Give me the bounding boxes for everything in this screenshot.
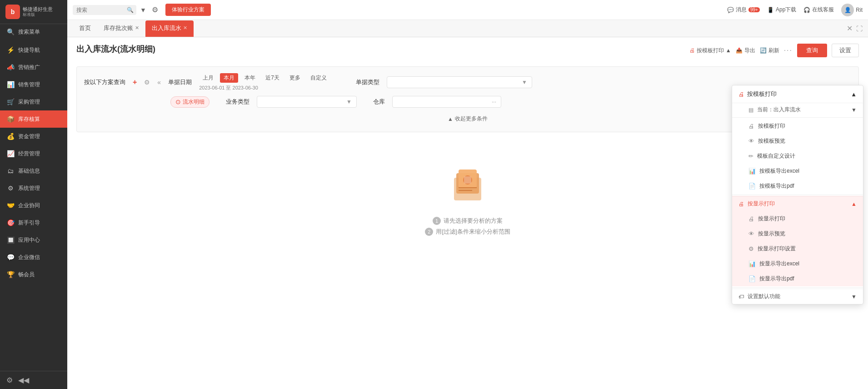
print-panel-collapse-icon[interactable]: ▲ — [851, 91, 857, 98]
sidebar-item-marketing[interactable]: 📣 营销推广 — [0, 59, 67, 76]
newbie-icon: 🎯 — [6, 219, 15, 227]
header-dropdown-icon[interactable]: ▼ — [140, 6, 146, 14]
date-btn-last-month[interactable]: 上月 — [199, 73, 217, 83]
sidebar-item-label: 系统管理 — [18, 185, 40, 192]
app-download-btn[interactable]: 📱 App下载 — [767, 6, 796, 14]
sidebar-item-label: 采购管理 — [18, 98, 40, 106]
settings-bottom-icon[interactable]: ⚙ — [6, 376, 13, 384]
settings-btn[interactable]: 设置 — [832, 44, 859, 57]
display-section-icon: 🖨 — [738, 201, 744, 207]
tab-home[interactable]: 首页 — [73, 20, 97, 37]
empty-tip-2: 2 用[过滤]条件来缩小分析范围 — [425, 228, 510, 236]
display-print-item[interactable]: 🖨 按显示打印 — [732, 211, 863, 226]
sidebar-search[interactable]: 🔍 搜索菜单 — [0, 24, 67, 40]
date-btn-more[interactable]: 更多 — [286, 73, 304, 83]
warehouse-select[interactable]: ··· — [392, 96, 501, 108]
template-excel-item[interactable]: 📊 按模板导出excel — [732, 164, 863, 179]
tab-flow-label: 出入库流水 — [152, 24, 181, 32]
display-preview-icon: 👁 — [748, 230, 754, 237]
more-options-btn[interactable]: ··· — [784, 46, 793, 55]
sidebar-item-enterprise[interactable]: 🤝 企业协同 — [0, 197, 67, 214]
collapse-up-icon: ▲ — [448, 116, 453, 122]
messages-badge: 99+ — [748, 7, 760, 12]
apps-icon: 🔲 — [6, 236, 15, 244]
refresh-btn[interactable]: 🔄 刷新 — [760, 47, 779, 55]
logo-text: 畅捷通好生意 标准版 — [23, 6, 53, 18]
filter-settings-icon[interactable]: ⚙ — [144, 79, 150, 86]
tab-batch-account-close[interactable]: ✕ — [135, 25, 139, 31]
print-template-btn[interactable]: 🖨 按模板打印 ▲ — [689, 47, 731, 55]
set-default-btn[interactable]: 🏷 设置默认功能 ▼ — [732, 289, 863, 304]
template-customize-item[interactable]: ✏ 模板自定义设计 — [732, 149, 863, 164]
collapse-sidebar-icon[interactable]: ◀◀ — [18, 376, 29, 384]
expand-window-btn[interactable]: ⛶ — [856, 25, 863, 32]
display-pdf-item[interactable]: 📄 按显示导出pdf — [732, 271, 863, 286]
online-service-icon: 🎧 — [803, 7, 810, 13]
business-type-select[interactable]: ▼ — [257, 96, 357, 108]
display-print-icon: 🖨 — [748, 215, 754, 222]
template-pdf-item[interactable]: 📄 按模板导出pdf — [732, 179, 863, 194]
sidebar-item-inventory[interactable]: 📦 库存核算 — [0, 110, 67, 128]
date-btn-7days[interactable]: 近7天 — [262, 73, 283, 83]
panel-divider-3 — [732, 287, 863, 288]
sidebar-item-apps[interactable]: 🔲 应用中心 — [0, 231, 67, 249]
template-print-item[interactable]: 🖨 按模板打印 — [732, 119, 863, 134]
date-btn-custom[interactable]: 自定义 — [307, 73, 330, 83]
sidebar-item-member[interactable]: 🏆 畅会员 — [0, 266, 67, 283]
filter-add-btn[interactable]: + — [133, 78, 137, 86]
user-name: Rit — [856, 7, 863, 13]
sidebar-item-operations[interactable]: 📈 经营管理 — [0, 145, 67, 162]
empty-tip-2-text: 用[过滤]条件来缩小分析范围 — [436, 228, 510, 236]
flow-detail-tag[interactable]: ⊙ 流水明细 — [170, 96, 210, 108]
sidebar-item-basic[interactable]: 🗂 基础信息 — [0, 162, 67, 180]
sidebar-item-purchase[interactable]: 🛒 采购管理 — [0, 93, 67, 110]
sidebar-item-wechat[interactable]: 💬 企业微信 — [0, 249, 67, 266]
search-icon: 🔍 — [6, 28, 15, 36]
tab-flow-close[interactable]: ✕ — [183, 25, 187, 31]
filter-schema-label: 按以下方案查询 — [84, 78, 125, 86]
industry-btn[interactable]: 体验行业方案 — [165, 4, 211, 16]
template-preview-item[interactable]: 👁 按模板预览 — [732, 134, 863, 149]
sidebar-item-system[interactable]: ⚙ 系统管理 — [0, 180, 67, 197]
sidebar-item-finance[interactable]: 💰 资金管理 — [0, 128, 67, 145]
sidebar-item-label: 新手引导 — [18, 219, 40, 227]
messages-label: 消息 — [736, 6, 747, 14]
tab-bar-right: ✕ ⛶ — [847, 24, 863, 33]
date-btn-this-month[interactable]: 本月 — [220, 73, 238, 83]
messages-btn[interactable]: 💬 消息 99+ — [727, 6, 760, 14]
current-chevron-icon: ▼ — [851, 107, 857, 113]
collapse-filter-btn[interactable]: ▲ 收起更多条件 — [445, 112, 490, 125]
query-btn[interactable]: 查询 — [797, 44, 827, 57]
bill-type-dropdown-icon: ▼ — [522, 79, 527, 85]
message-icon: 💬 — [727, 7, 734, 13]
sidebar-item-sales[interactable]: 📊 销售管理 — [0, 76, 67, 93]
tab-batch-account[interactable]: 库存批次账 ✕ — [97, 20, 145, 37]
quick-nav-icon: ⚡ — [6, 46, 15, 54]
template-excel-label: 按模板导出excel — [759, 167, 799, 175]
display-excel-item[interactable]: 📊 按显示导出excel — [732, 256, 863, 271]
header-gear-icon[interactable]: ⚙ — [152, 5, 158, 14]
tab-flow[interactable]: 出入库流水 ✕ — [145, 20, 194, 37]
sidebar-item-quick-nav[interactable]: ⚡ 快捷导航 — [0, 41, 67, 59]
display-preview-item[interactable]: 👁 按显示预览 — [732, 226, 863, 241]
user-avatar-area[interactable]: 👤 Rit — [841, 4, 863, 16]
online-service-btn[interactable]: 🎧 在线客服 — [803, 6, 834, 14]
sidebar-item-newbie[interactable]: 🎯 新手引导 — [0, 214, 67, 231]
date-btn-this-year[interactable]: 本年 — [241, 73, 259, 83]
set-default-label: 设置默认功能 — [748, 293, 780, 300]
svg-rect-4 — [464, 176, 471, 184]
bill-type-select[interactable]: ▼ — [387, 76, 532, 88]
display-section-header[interactable]: 🖨 按显示打印 ▲ — [732, 196, 863, 211]
date-range-selector: 上月 本月 本年 近7天 更多 自定义 2023-06-01 至 2023-06… — [199, 73, 330, 91]
export-btn[interactable]: 📤 导出 — [736, 47, 755, 55]
basic-icon: 🗂 — [6, 167, 15, 175]
header-right: 💬 消息 99+ 📱 App下载 🎧 在线客服 👤 Rit — [727, 4, 863, 16]
sidebar-item-label: 基础信息 — [18, 167, 40, 175]
filter-collapse-icon[interactable]: « — [157, 79, 161, 86]
display-settings-label: 按显示打印设置 — [758, 245, 796, 253]
close-window-btn[interactable]: ✕ — [847, 24, 853, 33]
collapse-label: 收起更多条件 — [455, 115, 488, 123]
sidebar-item-label: 畅会员 — [18, 271, 35, 279]
app-download-label: App下载 — [776, 6, 796, 14]
display-settings-item[interactable]: ⚙ 按显示打印设置 — [732, 241, 863, 256]
